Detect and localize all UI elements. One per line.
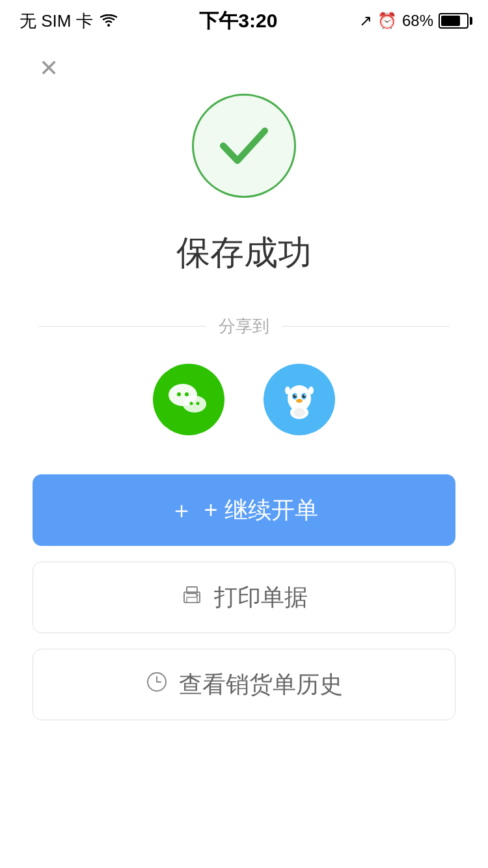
alarm-icon: ⏰ xyxy=(377,12,397,30)
success-circle xyxy=(192,94,296,198)
svg-point-18 xyxy=(308,387,314,394)
close-icon: ✕ xyxy=(39,55,59,82)
wechat-share-button[interactable] xyxy=(153,364,224,435)
divider-right xyxy=(282,326,449,327)
action-buttons: ＋ + 继续开单 打印单据 查看销货单历史 xyxy=(0,474,488,720)
carrier-text: 无 SIM 卡 xyxy=(20,10,93,33)
svg-point-14 xyxy=(296,399,303,403)
share-label: 分享到 xyxy=(206,315,282,338)
print-button[interactable]: 打印单据 xyxy=(33,562,455,633)
share-divider: 分享到 xyxy=(0,315,488,338)
continue-order-label: + 继续开单 xyxy=(204,495,318,526)
status-right: ↗ ⏰ 68% xyxy=(359,12,468,30)
svg-point-2 xyxy=(183,396,206,413)
history-icon xyxy=(145,670,169,699)
time-display: 下午3:20 xyxy=(199,8,277,34)
svg-point-5 xyxy=(190,402,193,405)
svg-point-16 xyxy=(293,408,305,417)
svg-point-3 xyxy=(177,392,181,396)
success-title: 保存成功 xyxy=(176,230,312,276)
continue-order-button[interactable]: ＋ + 继续开单 xyxy=(33,474,455,546)
svg-point-13 xyxy=(304,394,305,396)
plus-icon: ＋ xyxy=(170,495,193,526)
svg-point-0 xyxy=(107,24,110,27)
svg-point-6 xyxy=(197,402,200,405)
close-button[interactable]: ✕ xyxy=(33,52,65,85)
checkmark-icon xyxy=(218,123,270,169)
share-section: 分享到 xyxy=(0,315,488,435)
qq-share-button[interactable] xyxy=(264,364,335,435)
status-bar: 无 SIM 卡 下午3:20 ↗ ⏰ 68% xyxy=(0,0,488,42)
qq-icon xyxy=(278,379,321,421)
wifi-icon xyxy=(100,14,118,27)
wechat-icon xyxy=(166,377,211,422)
svg-rect-20 xyxy=(187,597,197,603)
carrier-wifi: 无 SIM 卡 xyxy=(20,10,118,33)
main-content: 保存成功 分享到 xyxy=(0,42,488,720)
svg-point-4 xyxy=(185,392,189,396)
location-icon: ↗ xyxy=(359,12,372,30)
battery-icon xyxy=(439,13,468,29)
divider-left xyxy=(39,326,206,327)
battery-percent: 68% xyxy=(402,12,433,30)
svg-point-17 xyxy=(285,387,290,394)
svg-point-10 xyxy=(295,394,296,396)
share-icons xyxy=(153,364,335,435)
print-label: 打印单据 xyxy=(214,582,308,614)
svg-point-22 xyxy=(196,594,198,597)
history-button[interactable]: 查看销货单历史 xyxy=(33,649,455,720)
history-label: 查看销货单历史 xyxy=(179,669,343,701)
printer-icon xyxy=(180,583,204,612)
